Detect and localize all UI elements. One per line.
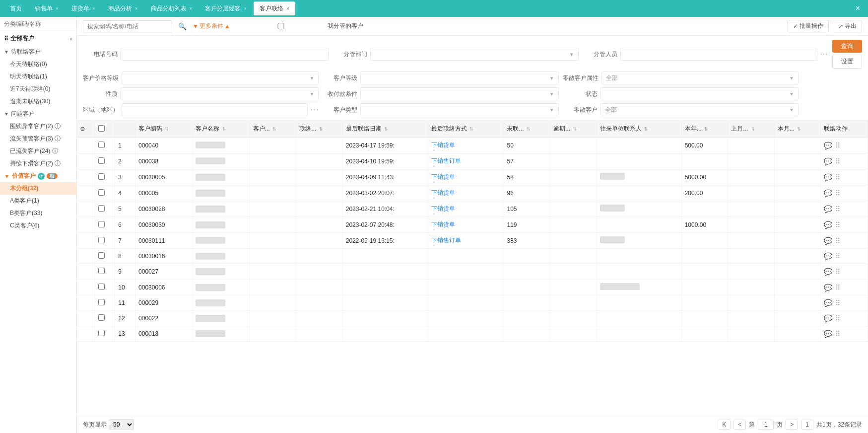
chat-icon[interactable]: 💬 — [824, 237, 832, 245]
sidebar-search-input[interactable] — [4, 20, 77, 27]
close-purchase-icon[interactable]: × — [92, 6, 95, 11]
tab-home[interactable]: 首页 — [4, 1, 28, 15]
close-segment-icon[interactable]: × — [244, 6, 247, 11]
td-checkbox[interactable] — [95, 201, 115, 217]
td-checkbox[interactable] — [95, 264, 115, 280]
td-checkbox[interactable] — [95, 169, 115, 185]
grid-action-icon[interactable]: ⠿ — [835, 252, 840, 260]
row-checkbox[interactable] — [98, 142, 105, 148]
status-select[interactable]: ▼ — [601, 87, 799, 100]
td-checkbox[interactable] — [95, 295, 115, 311]
method-link[interactable]: 下销货单 — [431, 205, 455, 212]
td-checkbox[interactable] — [95, 138, 115, 153]
sidebar-item-tomorrow-pending[interactable]: 明天待联络(1) — [0, 71, 76, 83]
method-link[interactable]: 下销货单 — [431, 142, 455, 148]
my-customers-checkbox[interactable]: 我分管的客户 — [236, 22, 363, 30]
col-uncontacted[interactable]: 未联... ⇅ — [504, 121, 550, 138]
row-checkbox[interactable] — [98, 221, 105, 227]
col-overdue[interactable]: 逾期... ⇅ — [550, 121, 597, 138]
col-code[interactable]: 客户编码 ⇅ — [135, 121, 193, 138]
close-goods-icon[interactable]: × — [135, 6, 138, 11]
sidebar-item-declining[interactable]: 持续下滑客户(2) ⓘ — [0, 157, 76, 170]
my-customers-check[interactable] — [236, 23, 326, 29]
col-settings[interactable]: ⚙ — [77, 121, 95, 138]
col-contact[interactable]: 联络... ⇅ — [296, 121, 343, 138]
row-checkbox[interactable] — [98, 237, 105, 243]
col-type[interactable]: 客户... ⇅ — [250, 121, 296, 138]
chat-icon[interactable]: 💬 — [824, 142, 832, 149]
row-checkbox[interactable] — [98, 268, 105, 274]
row-checkbox[interactable] — [98, 173, 105, 180]
row-checkbox[interactable] — [98, 330, 105, 336]
col-last-method[interactable]: 最后联络方式 ⇅ — [428, 121, 504, 138]
method-link[interactable]: 下销货单 — [431, 173, 455, 180]
col-last-date[interactable]: 最后联络日期 ⇅ — [342, 121, 428, 138]
chat-icon[interactable]: 💬 — [824, 314, 832, 322]
grid-action-icon[interactable]: ⠿ — [835, 221, 840, 229]
method-link[interactable]: 下销售订单 — [431, 237, 461, 244]
filter-search-icon[interactable]: 🔍 — [178, 22, 187, 30]
chat-icon[interactable]: 💬 — [824, 252, 832, 260]
payment-select[interactable]: ▼ — [360, 87, 558, 100]
dept-select[interactable]: ▼ — [370, 48, 578, 61]
col-checkbox[interactable] — [95, 121, 115, 138]
manager-input[interactable] — [620, 48, 817, 61]
td-checkbox[interactable] — [95, 311, 115, 326]
sidebar-item-no-group[interactable]: 木分组(32) — [0, 182, 76, 195]
search-input[interactable] — [83, 20, 172, 32]
sidebar-item-class-b[interactable]: B类客户(33) — [0, 207, 76, 219]
value-customer-group[interactable]: ▼ 价值客户 ⟳ 🔄 — [0, 170, 76, 182]
tab-goods-list[interactable]: 商品分析列表 × — [145, 1, 199, 15]
row-checkbox[interactable] — [98, 299, 105, 305]
row-checkbox[interactable] — [98, 205, 105, 212]
more-conditions-button[interactable]: ▼ 更多条件 ▲ — [193, 22, 230, 30]
chat-icon[interactable]: 💬 — [824, 157, 832, 165]
grid-action-icon[interactable]: ⠿ — [835, 157, 840, 165]
export-button[interactable]: ↗ 导出 — [833, 20, 862, 32]
grid-action-icon[interactable]: ⠿ — [835, 237, 840, 245]
tab-purchase[interactable]: 进货单 × — [66, 1, 101, 15]
next-page-button[interactable]: > — [786, 420, 798, 430]
grid-action-icon[interactable]: ⠿ — [835, 205, 840, 213]
customer-type-select[interactable]: ▼ — [360, 103, 558, 116]
col-contact-person[interactable]: 往来单位联系人 ⇅ — [597, 121, 681, 138]
col-this-month[interactable]: 本月... ⇅ — [774, 121, 821, 138]
sidebar-item-overdue-pending[interactable]: 逾期未联络(30) — [0, 95, 76, 108]
chat-icon[interactable]: 💬 — [824, 221, 832, 229]
close-goods-list-icon[interactable]: × — [190, 6, 193, 11]
nature-select[interactable]: ▼ — [121, 87, 319, 100]
row-checkbox[interactable] — [98, 157, 105, 164]
region-input[interactable] — [122, 103, 308, 116]
row-checkbox[interactable] — [98, 284, 105, 290]
col-name[interactable]: 客户名称 ⇅ — [193, 121, 250, 138]
region-dots[interactable]: ··· — [311, 105, 319, 114]
grid-action-icon[interactable]: ⠿ — [835, 284, 840, 291]
batch-ops-button[interactable]: ✓ 批量操作 — [788, 20, 829, 32]
retail-attr-select[interactable]: 全部 ▼ — [601, 72, 799, 84]
grid-action-icon[interactable]: ⠿ — [835, 189, 840, 197]
col-last-month[interactable]: 上月... ⇅ — [728, 121, 775, 138]
tab-goods-analysis[interactable]: 商品分析 × — [102, 1, 144, 15]
chat-icon[interactable]: 💬 — [824, 205, 832, 213]
td-checkbox[interactable] — [95, 185, 115, 201]
chat-icon[interactable]: 💬 — [824, 284, 832, 291]
problem-customer-group[interactable]: ▼ 问题客户 — [0, 108, 76, 120]
retail-select[interactable]: 全部 ▼ — [601, 103, 799, 116]
grid-action-icon[interactable]: ⠿ — [835, 142, 840, 149]
grid-action-icon[interactable]: ⠿ — [835, 268, 840, 276]
td-checkbox[interactable] — [95, 217, 115, 233]
per-page-select[interactable]: 50 100 200 — [109, 419, 134, 430]
td-checkbox[interactable] — [95, 153, 115, 169]
sidebar-collapse-button[interactable]: « — [69, 36, 72, 42]
pending-contact-group[interactable]: ▼ 待联络客户 — [0, 46, 76, 58]
grid-action-icon[interactable]: ⠿ — [835, 299, 840, 307]
tab-sales[interactable]: 销售单 × — [29, 1, 65, 15]
page-input[interactable] — [758, 420, 774, 430]
td-checkbox[interactable] — [95, 233, 115, 249]
all-customers-header[interactable]: ⠿ 全部客户 « — [0, 31, 76, 46]
close-contact-icon[interactable]: × — [286, 6, 289, 11]
chat-icon[interactable]: 💬 — [824, 268, 832, 276]
first-page-button[interactable]: K — [718, 420, 731, 430]
last-page-button[interactable]: 1 — [801, 420, 813, 430]
customer-grade-select[interactable]: ▼ — [360, 72, 558, 84]
